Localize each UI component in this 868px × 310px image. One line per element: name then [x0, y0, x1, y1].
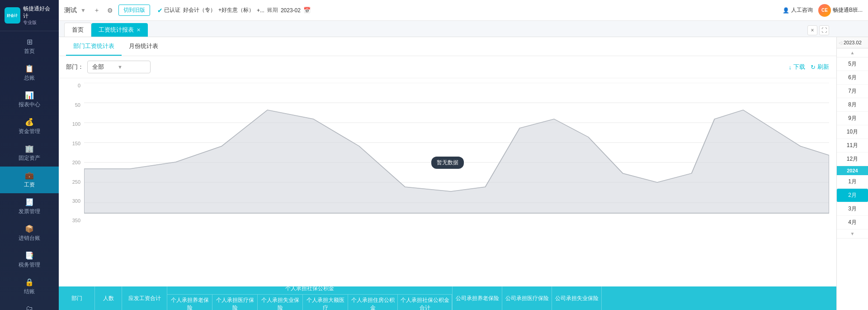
content-area: 部门工资统计表 月份统计表 部门： 全部 ▼ ↓: [59, 37, 868, 310]
user-query-icon: 👤: [783, 7, 789, 14]
date-nav: ▲ 5月 6月 7月 8月 9月 10月 11月 12月 2024 1月 2月 …: [837, 48, 868, 238]
sidebar-item-reports[interactable]: 📊 报表中心: [0, 86, 59, 113]
th-company-pension: 公司承担养老保险: [453, 286, 502, 310]
header-right: 👤 人工咨询 CE 畅捷通B班...: [783, 4, 863, 17]
chart-tooltip: 暂无数据: [431, 157, 464, 169]
tab-close-icon[interactable]: ✕: [137, 27, 141, 33]
header-title: 测试: [64, 6, 77, 14]
th-personal-total: 个人承担社保公积金合计: [398, 295, 452, 310]
toolbar-right: ↓ 下载 ↻ 刷新: [789, 63, 830, 71]
tab-home[interactable]: 首页: [64, 23, 91, 37]
add-button[interactable]: ＋: [91, 5, 102, 16]
nav-icon-reports: 📊: [25, 91, 34, 100]
sidebar-item-salary[interactable]: 💼 工资: [0, 167, 59, 193]
right-date-sidebar: ◁ 2023.02 ▲ 5月 6月 7月 8月 9月 10月 11月 12月 2…: [836, 37, 868, 310]
sub-tab-monthly[interactable]: 月份统计表: [122, 38, 165, 56]
sidebar-item-sales[interactable]: 📦 进销台账: [0, 220, 59, 247]
date-display-value: 2023.02: [844, 40, 862, 45]
date-nav-up-button[interactable]: ▲: [837, 48, 868, 57]
refresh-button[interactable]: ↻ 刷新: [811, 63, 829, 71]
dept-select[interactable]: 全部 ▼: [87, 61, 151, 73]
period-calendar-icon[interactable]: 📅: [303, 7, 311, 14]
month-item-10[interactable]: 10月: [837, 125, 868, 139]
th-personal-group-header: 个人承担社保公积金: [167, 286, 452, 295]
month-item-12[interactable]: 12月: [837, 153, 868, 166]
nav-icon-tax: 📑: [25, 251, 34, 260]
status-certified: ✔ 已认证: [157, 6, 180, 14]
th-personal-pension: 个人承担养老保险: [167, 295, 212, 310]
main-content: 测试 ▼ ＋ ⚙ 切到旧版 ✔ 已认证 好会计（专） +好生意（标） +... …: [59, 0, 868, 310]
content-main: 部门工资统计表 月份统计表 部门： 全部 ▼ ↓: [59, 37, 836, 310]
expand-panel-button[interactable]: ⛶: [819, 25, 829, 35]
toolbar-left: 部门： 全部 ▼: [66, 61, 151, 73]
month-item-8[interactable]: 8月: [837, 98, 868, 112]
nav-icon-assets: 🏢: [25, 144, 34, 153]
th-personal-housing-fund: 个人承担住房公积金: [348, 295, 398, 310]
date-left-arrow-icon: ◁: [839, 40, 842, 45]
th-people: 人数: [95, 286, 122, 310]
sub-tab-dept[interactable]: 部门工资统计表: [66, 38, 122, 56]
logo-icon: 好会计: [5, 7, 20, 24]
sidebar-item-home[interactable]: ⊞ 首页: [0, 33, 59, 60]
sidebar-item-invoice[interactable]: 🧾 发票管理: [0, 193, 59, 220]
nav-label-sales: 进销台账: [19, 234, 40, 242]
nav-icon-funds: 💰: [25, 118, 34, 126]
tab-home-label: 首页: [72, 26, 84, 34]
nav-label-salary: 工资: [24, 181, 35, 189]
header-dropdown-arrow[interactable]: ▼: [80, 7, 86, 14]
nav-icon-ledger: 📋: [25, 64, 34, 73]
download-button[interactable]: ↓ 下载: [789, 63, 806, 71]
period-label: 账期: [267, 6, 278, 14]
month-item-4[interactable]: 4月: [837, 216, 868, 229]
nav-label-funds: 资金管理: [19, 128, 40, 135]
close-panel-button[interactable]: ×: [807, 25, 817, 35]
nav-label-ledger: 总账: [24, 74, 35, 82]
nav-label-reports: 报表中心: [19, 101, 40, 109]
app-name: 畅捷通好会计 专业版: [23, 5, 54, 25]
month-item-11[interactable]: 11月: [837, 139, 868, 153]
sidebar-item-assets[interactable]: 🏢 固定资产: [0, 140, 59, 167]
header-status: ✔ 已认证 好会计（专） +好生意（标） +... 账期 2023-02 📅: [157, 6, 311, 14]
status-good-acct: 好会计（专）: [183, 6, 216, 14]
month-item-9[interactable]: 9月: [837, 112, 868, 125]
refresh-icon: ↻: [811, 64, 816, 71]
sidebar-item-funds[interactable]: 💰 资金管理: [0, 113, 59, 140]
month-item-7[interactable]: 7月: [837, 85, 868, 98]
header-actions: ＋ ⚙ 切到旧版: [91, 5, 150, 16]
nav-icon-archive: 🗂: [26, 305, 33, 310]
th-personal-cols: 个人承担养老保险 个人承担医疗保险 个人承担失业保险 个人承担大额医疗: [167, 295, 452, 310]
user-profile[interactable]: CE 畅捷通B班...: [818, 4, 863, 17]
month-item-5[interactable]: 5月: [837, 57, 868, 71]
nav-label-invoice: 发票管理: [19, 208, 40, 215]
settings-button[interactable]: ⚙: [105, 5, 116, 16]
month-item-1[interactable]: 1月: [837, 175, 868, 189]
tabs-bar: 首页 工资统计报表 ✕: [59, 21, 868, 37]
user-avatar: CE: [818, 4, 831, 17]
user-query-btn[interactable]: 👤 人工咨询: [783, 6, 813, 14]
download-icon: ↓: [789, 64, 792, 71]
sidebar-item-archive[interactable]: 🗂 归档管理: [0, 300, 59, 310]
nav-label-tax: 税务管理: [19, 261, 40, 269]
th-personal-unemployment: 个人承担失业保险: [258, 295, 303, 310]
dept-select-arrow-icon: ▼: [118, 64, 123, 70]
nav-label-assets: 固定资产: [19, 154, 40, 162]
chart-toolbar: 部门： 全部 ▼ ↓ 下载 ↻ 刷新: [59, 56, 836, 78]
tab-salary-report[interactable]: 工资统计报表 ✕: [91, 23, 148, 37]
chart-svg-container: [84, 83, 829, 223]
month-item-3[interactable]: 3月: [837, 202, 868, 216]
sidebar-item-ledger[interactable]: 📋 总账: [0, 60, 59, 86]
sidebar-item-tax[interactable]: 📑 税务管理: [0, 247, 59, 273]
sub-tabs: 部门工资统计表 月份统计表: [59, 37, 836, 56]
chart-y-axis: 350 300 250 200 150 100 50 0: [66, 83, 84, 223]
month-item-2-active[interactable]: 2月: [837, 189, 868, 202]
th-company-unemployment: 公司承担失业保险: [552, 286, 602, 310]
date-nav-down-button[interactable]: ▼: [837, 229, 868, 238]
table-header-row: 部门 人数 应发工资合计 个人承担社保公积金: [59, 286, 836, 310]
switch-old-version-button[interactable]: 切到旧版: [118, 5, 150, 16]
nav-icon-home: ⊞: [27, 38, 33, 46]
nav-icon-sales: 📦: [25, 224, 34, 233]
nav-label-home: 首页: [24, 48, 35, 55]
period-value: 2023-02: [281, 7, 301, 14]
month-item-6[interactable]: 6月: [837, 71, 868, 85]
sidebar-item-close[interactable]: 🔒 结账: [0, 273, 59, 300]
